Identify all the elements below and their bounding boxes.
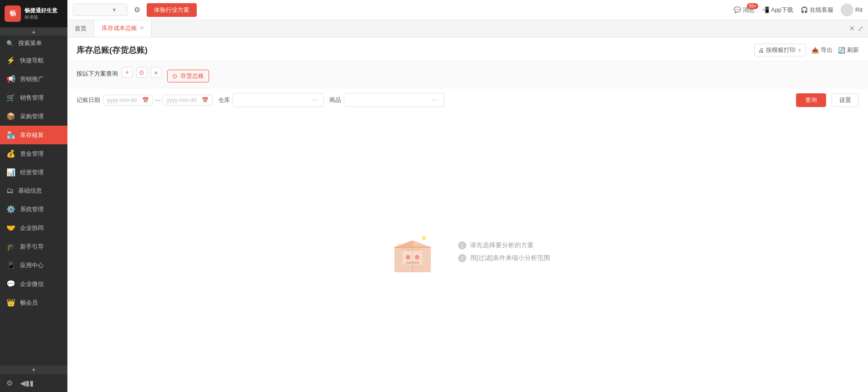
filter-scheme-icon: ⊙	[172, 72, 178, 80]
sidebar-item-label: 快捷导航	[20, 56, 44, 65]
warehouse-input[interactable]: ···	[233, 93, 324, 107]
logo-icon: 畅	[5, 5, 21, 22]
operation-icon: 📊	[6, 168, 15, 177]
refresh-label: 刷新	[847, 46, 859, 54]
wechat-icon: 💬	[6, 280, 15, 288]
refresh-btn[interactable]: 🔄 刷新	[838, 46, 859, 54]
print-btn[interactable]: 🖨 按模板打印 ▼	[754, 44, 806, 56]
print-dropdown-icon: ▼	[797, 48, 802, 53]
date-end-placeholder: yyyy-mm-dd	[167, 97, 196, 103]
sidebar-item-basic[interactable]: 🗂 基础信息	[0, 182, 67, 200]
tab-close-panel-icon[interactable]: ✕	[849, 24, 855, 33]
page-title: 库存总账(存货总账)	[77, 45, 148, 56]
content-area: 库存总账(存货总账) 🖨 按模板打印 ▼ 📤 导出 🔄 刷新	[67, 37, 868, 392]
settings-btn[interactable]: 设置	[832, 93, 859, 107]
scroll-up-arrow[interactable]: ▲	[0, 27, 67, 36]
goods-more-icon[interactable]: ···	[429, 95, 440, 105]
messages-badge: 99+	[747, 3, 758, 9]
sidebar: 畅 畅捷通好生意 标准版 ▲ 🔍 搜索菜单 ⚡ 快捷导航 📢 营销推广 🛒 销售…	[0, 0, 67, 392]
tab-inventory-cost[interactable]: 库存成本总账 ✕	[94, 20, 152, 37]
user-btn[interactable]: Rit	[841, 4, 863, 16]
app-download-icon: 📲	[762, 6, 769, 13]
sidebar-item-label: 新手引导	[20, 243, 44, 251]
sidebar-item-label: 企业协同	[20, 224, 44, 232]
sidebar-item-shortcut[interactable]: ⚡ 快捷导航	[0, 51, 67, 70]
date-separator: —	[155, 97, 161, 103]
sidebar-item-system[interactable]: ⚙️ 系统管理	[0, 200, 67, 219]
online-service-btn[interactable]: 🎧 在线客服	[801, 6, 833, 14]
industry-btn[interactable]: 体验行业方案	[147, 3, 197, 17]
filter-top-row: 按以下方案查询 ＋ ⊙ «	[77, 67, 162, 78]
tab-right-controls: ✕ ⤢	[844, 24, 868, 33]
service-icon: 🎧	[801, 6, 808, 13]
scheme-selector[interactable]: ▼	[73, 4, 128, 16]
tab-home[interactable]: 首页	[67, 20, 94, 37]
empty-hint-2: 2 用[过滤]条件来缩小分析范围	[458, 254, 550, 262]
date-start-input[interactable]: yyyy-mm-dd 📅	[103, 95, 153, 106]
shortcut-icon: ⚡	[6, 56, 15, 65]
finance-icon: 💰	[6, 149, 15, 158]
tab-inventory-cost-label: 库存成本总账	[102, 24, 137, 32]
sidebar-search[interactable]: 🔍 搜索菜单	[0, 36, 67, 51]
export-btn[interactable]: 📤 导出	[812, 46, 832, 54]
svg-rect-11	[406, 262, 419, 264]
calendar-start-icon[interactable]: 📅	[142, 97, 149, 103]
sidebar-item-sales[interactable]: 🛒 销售管理	[0, 88, 67, 107]
message-icon: 💬	[734, 6, 741, 13]
newbie-icon: 🎓	[6, 242, 15, 251]
empty-hint-2-label: 用[过滤]条件来缩小分析范围	[470, 254, 550, 262]
filter-collapse-btn[interactable]: «	[151, 67, 162, 78]
search-btn[interactable]: 查询	[796, 93, 826, 107]
sales-icon: 🛒	[6, 93, 15, 102]
sidebar-item-marketing[interactable]: 📢 营销推广	[0, 70, 67, 88]
sidebar-item-inventory[interactable]: 🏪 库存核算	[0, 126, 67, 144]
date-end-input[interactable]: yyyy-mm-dd 📅	[163, 95, 213, 106]
empty-text: 1 请先选择要分析的方案 2 用[过滤]条件来缩小分析范围	[458, 241, 550, 262]
sidebar-item-finance[interactable]: 💰 资金管理	[0, 144, 67, 163]
empty-state: 1 请先选择要分析的方案 2 用[过滤]条件来缩小分析范围	[67, 112, 868, 392]
filter-add-btn[interactable]: ＋	[122, 67, 133, 78]
sidebar-item-newbie[interactable]: 🎓 新手引导	[0, 237, 67, 256]
sidebar-item-label: 资金管理	[20, 150, 44, 158]
svg-point-9	[406, 255, 410, 260]
tab-close-icon[interactable]: ✕	[140, 25, 144, 31]
sidebar-item-purchase[interactable]: 📦 采购管理	[0, 107, 67, 126]
filter-scheme-row: ⊙ 存货总账	[167, 70, 209, 82]
scroll-down-arrow[interactable]: ▼	[0, 366, 67, 374]
apps-icon: 📱	[6, 261, 15, 270]
messages-btn[interactable]: 💬 消息 99+	[734, 6, 755, 14]
settings-bottom-icon[interactable]: ⚙	[6, 379, 13, 387]
export-icon: 📤	[812, 47, 819, 54]
logo-main-text: 畅捷通好生意	[25, 7, 57, 15]
sidebar-item-wechat[interactable]: 💬 企业微信	[0, 275, 67, 293]
inventory-icon: 🏪	[6, 131, 15, 139]
sidebar-item-apps[interactable]: 📱 应用中心	[0, 256, 67, 275]
warehouse-label: 仓库	[218, 96, 230, 104]
avatar	[841, 4, 853, 16]
sidebar-item-label: 应用中心	[20, 261, 44, 270]
topbar: ▼ ⚙ 体验行业方案 💬 消息 99+ 📲 App下载 🎧 在线客服 Rit	[67, 0, 868, 20]
purchase-icon: 📦	[6, 112, 15, 121]
topbar-left: ▼ ⚙ 体验行业方案	[73, 3, 730, 17]
sidebar-item-label: 采购管理	[20, 112, 44, 121]
warehouse-more-icon[interactable]: ···	[309, 95, 320, 105]
filter-bar: 按以下方案查询 ＋ ⊙ « ⊙ 存货总账	[67, 61, 868, 88]
logo-sub-text: 标准版	[25, 14, 57, 20]
sidebar-item-label: 畅会员	[20, 299, 38, 307]
filter-settings-btn[interactable]: ⊙	[136, 67, 147, 78]
app-download-btn[interactable]: 📲 App下载	[762, 6, 793, 14]
sidebar-item-operation[interactable]: 📊 经营管理	[0, 163, 67, 182]
goods-input[interactable]: ···	[344, 93, 444, 107]
sidebar-scroll: 🔍 搜索菜单 ⚡ 快捷导航 📢 营销推广 🛒 销售管理 📦 采购管理 🏪 库存核…	[0, 36, 67, 366]
sidebar-bottom: ⚙ ◀▮▮	[0, 374, 67, 392]
sidebar-item-label: 营销推广	[20, 75, 44, 83]
sidebar-item-cooperation[interactable]: 🤝 企业协同	[0, 219, 67, 237]
filter-scheme-item[interactable]: ⊙ 存货总账	[167, 70, 209, 82]
gear-button[interactable]: ⚙	[130, 3, 144, 17]
sidebar-item-vip[interactable]: 👑 畅会员	[0, 293, 67, 312]
tab-expand-icon[interactable]: ⤢	[858, 24, 863, 33]
system-icon: ⚙️	[6, 205, 15, 214]
sound-bottom-icon[interactable]: ◀▮▮	[20, 379, 34, 387]
calendar-end-icon[interactable]: 📅	[202, 97, 209, 103]
sidebar-item-label: 企业微信	[20, 280, 44, 288]
